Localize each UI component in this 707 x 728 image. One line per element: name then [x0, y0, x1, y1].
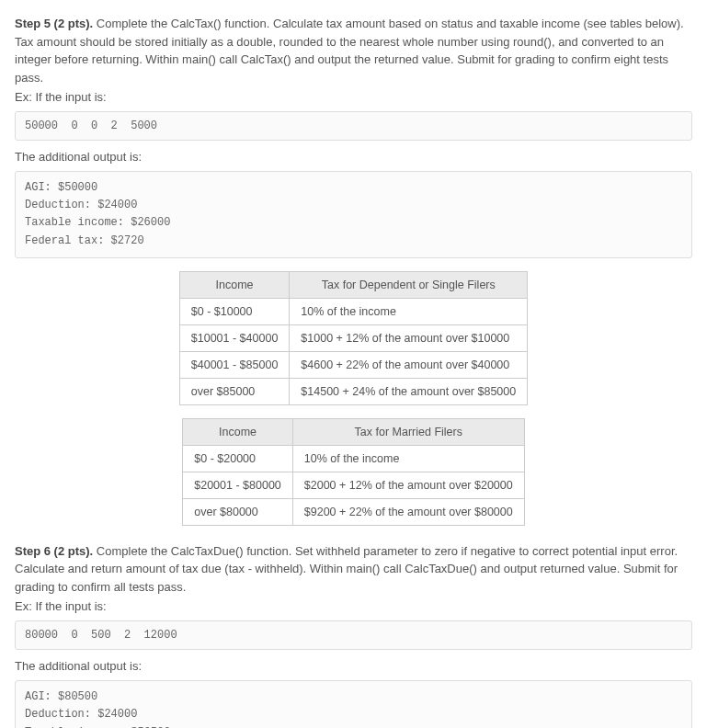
step5-example-label: Ex: If the input is: — [15, 90, 692, 104]
table-row: over $85000 $14500 + 24% of the amount o… — [179, 378, 527, 404]
table-row: over $80000 $9200 + 22% of the amount ov… — [183, 498, 524, 525]
step6-body: Complete the CalcTaxDue() function. Set … — [15, 544, 678, 594]
table2-header-tax: Tax for Married Filers — [292, 418, 524, 445]
step5-additional-label: The additional output is: — [15, 150, 692, 164]
table-row: $0 - $20000 10% of the income — [183, 445, 524, 472]
table1-header-income: Income — [179, 271, 290, 298]
married-filers-table: Income Tax for Married Filers $0 - $2000… — [182, 418, 524, 526]
step6-input-block: 80000 0 500 2 12000 — [15, 620, 692, 650]
single-filers-table: Income Tax for Dependent or Single Filer… — [179, 271, 528, 405]
table-row: $20001 - $80000 $2000 + 12% of the amoun… — [183, 472, 524, 498]
step6-additional-label: The additional output is: — [15, 659, 692, 673]
tax-tables: Income Tax for Dependent or Single Filer… — [15, 271, 692, 526]
step6-description: Step 6 (2 pts). Complete the CalcTaxDue(… — [15, 542, 692, 597]
step6-heading: Step 6 (2 pts). — [15, 544, 93, 558]
step5-input-block: 50000 0 0 2 5000 — [15, 111, 692, 141]
step5-body: Complete the CalcTax() function. Calcula… — [15, 17, 684, 85]
step5-output-block: AGI: $50000 Deduction: $24000 Taxable in… — [15, 171, 692, 258]
table2-header-income: Income — [183, 418, 293, 445]
table1-header-tax: Tax for Dependent or Single Filers — [290, 271, 528, 298]
table-row: $40001 - $85000 $4600 + 22% of the amoun… — [179, 351, 527, 378]
step5-heading: Step 5 (2 pts). — [15, 17, 93, 30]
step6-example-label: Ex: If the input is: — [15, 599, 692, 613]
step5-description: Step 5 (2 pts). Complete the CalcTax() f… — [15, 15, 692, 86]
step6-output-block: AGI: $80500 Deduction: $24000 Taxable in… — [15, 680, 692, 728]
table-row: $0 - $10000 10% of the income — [179, 298, 527, 324]
table-row: $10001 - $40000 $1000 + 12% of the amoun… — [179, 324, 527, 351]
